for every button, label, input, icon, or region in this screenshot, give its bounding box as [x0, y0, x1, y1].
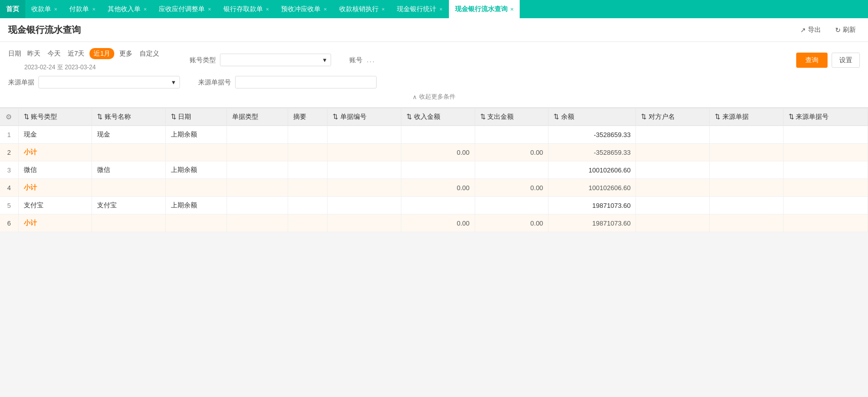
col-source-doc-no: ⇅ 来源单据号	[783, 108, 867, 126]
table-header-row: ⚙ ⇅ 账号类型 ⇅ 账号名称 ⇅ 日期 单据类型 摘要	[0, 108, 868, 126]
close-icon[interactable]: ×	[266, 6, 269, 12]
nav-tab-yushou[interactable]: 预收冲应收单 ×	[275, 0, 333, 18]
export-icon: ↗	[800, 26, 806, 34]
col-date: ⇅ 日期	[165, 108, 226, 126]
top-nav: 首页 收款单 × 付款单 × 其他收入单 × 应收应付调整单 × 银行存取款单 …	[0, 0, 868, 18]
nav-tab-qitashouru[interactable]: 其他收入单 ×	[102, 0, 153, 18]
col-source-doc: ⇅ 来源单据	[710, 108, 784, 126]
source-doc-no-input[interactable]	[235, 76, 377, 89]
col-counterparty: ⇅ 对方户名	[636, 108, 710, 126]
date-opt-today[interactable]: 今天	[45, 48, 63, 59]
chevron-down-icon: ▾	[323, 56, 327, 64]
date-range-display: 2023-02-24 至 2023-03-24	[24, 64, 96, 71]
chevron-up-icon: ∧	[413, 94, 417, 101]
close-icon[interactable]: ×	[439, 6, 442, 12]
account-label: 账号	[349, 56, 362, 65]
nav-tab-tiaozhendan[interactable]: 应收应付调整单 ×	[153, 0, 217, 18]
col-expense: ⇅ 支出金额	[475, 108, 549, 126]
col-doc-no: ⇅ 单据编号	[328, 108, 401, 126]
close-icon[interactable]: ×	[511, 6, 514, 12]
table-row: 3微信微信上期余额100102606.60	[0, 161, 868, 179]
source-doc-select[interactable]: ▾	[38, 76, 180, 89]
nav-home[interactable]: 首页	[0, 0, 25, 18]
date-opt-7days[interactable]: 近7天	[66, 48, 86, 59]
source-doc-label: 来源单据	[8, 78, 34, 87]
nav-tab-tongji[interactable]: 现金银行统计 ×	[391, 0, 448, 18]
date-options: 昨天 今天 近7天 近1月 更多 自定义	[25, 48, 161, 59]
account-type-select[interactable]: ▾	[220, 54, 331, 66]
table-row: 6小计0.000.0019871073.60	[0, 214, 868, 232]
col-balance: ⇅ 余额	[549, 108, 636, 126]
table-container: ⚙ ⇅ 账号类型 ⇅ 账号名称 ⇅ 日期 单据类型 摘要	[0, 108, 868, 232]
table-row: 1现金现金上期余额-3528659.33	[0, 126, 868, 144]
nav-tab-hexiao[interactable]: 收款核销执行 ×	[333, 0, 391, 18]
table-row: 2小计0.000.00-3528659.33	[0, 144, 868, 161]
col-account-type: ⇅ 账号类型	[18, 108, 92, 126]
close-icon[interactable]: ×	[208, 6, 211, 12]
date-opt-custom[interactable]: 自定义	[138, 48, 161, 59]
close-icon[interactable]: ×	[324, 6, 327, 12]
nav-tab-liushui[interactable]: 现金银行流水查询 ×	[449, 0, 520, 18]
filter-row-2: 来源单据 ▾ 来源单据号	[8, 76, 860, 89]
date-opt-1month[interactable]: 近1月	[89, 48, 114, 59]
page-title: 现金银行流水查询	[8, 24, 81, 36]
nav-tab-cunkuan[interactable]: 银行存取款单 ×	[217, 0, 275, 18]
refresh-icon: ↻	[835, 26, 841, 34]
col-income: ⇅ 收入金额	[401, 108, 475, 126]
filter-area: 日期 昨天 今天 近7天 近1月 更多 自定义 2023-02-24 至 202…	[0, 42, 868, 108]
close-icon[interactable]: ×	[382, 6, 385, 12]
source-doc-no-label: 来源单据号	[198, 78, 231, 87]
col-doc-type: 单据类型	[227, 108, 288, 126]
account-type-label: 账号类型	[190, 56, 216, 65]
col-account-name: ⇅ 账号名称	[92, 108, 166, 126]
data-table: ⚙ ⇅ 账号类型 ⇅ 账号名称 ⇅ 日期 单据类型 摘要	[0, 108, 868, 232]
export-button[interactable]: ↗ 导出	[796, 23, 825, 36]
date-opt-yesterday[interactable]: 昨天	[25, 48, 42, 59]
col-summary: 摘要	[288, 108, 328, 126]
account-more-dots[interactable]: ...	[367, 56, 375, 64]
gear-icon[interactable]: ⚙	[6, 113, 12, 121]
close-icon[interactable]: ×	[144, 6, 147, 12]
chevron-down-icon: ▾	[172, 78, 175, 86]
date-label: 日期	[8, 49, 21, 58]
nav-tab-fukuandan[interactable]: 付款单 ×	[63, 0, 101, 18]
query-button[interactable]: 查询	[796, 53, 828, 68]
collapse-button[interactable]: ∧ 收起更多条件	[413, 93, 455, 101]
settings-button[interactable]: 设置	[832, 53, 860, 68]
col-settings[interactable]: ⚙	[0, 108, 18, 126]
nav-tab-shoukuandan[interactable]: 收款单 ×	[25, 0, 63, 18]
close-icon[interactable]: ×	[54, 6, 57, 12]
page-header: 现金银行流水查询 ↗ 导出 ↻ 刷新	[0, 18, 868, 42]
header-actions: ↗ 导出 ↻ 刷新	[796, 23, 860, 36]
table-row: 4小计0.000.00100102606.60	[0, 179, 868, 197]
collapse-bar: ∧ 收起更多条件	[8, 93, 860, 101]
refresh-button[interactable]: ↻ 刷新	[831, 23, 860, 36]
table-row: 5支付宝支付宝上期余额19871073.60	[0, 197, 868, 214]
date-opt-more[interactable]: 更多	[117, 48, 134, 59]
close-icon[interactable]: ×	[92, 6, 95, 12]
filter-row-1: 日期 昨天 今天 近7天 近1月 更多 自定义 2023-02-24 至 202…	[8, 48, 860, 72]
